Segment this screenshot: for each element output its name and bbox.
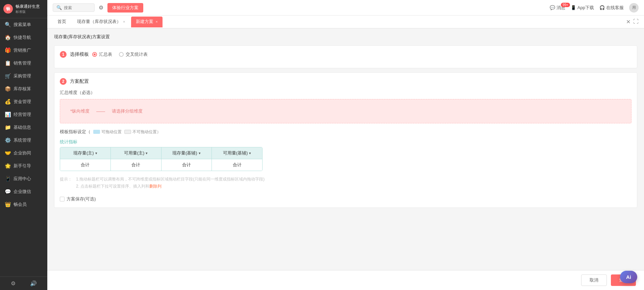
sidebar: 畅 畅康通好生意 标准版 🔍 搜索菜单 🏠 快捷导航 🎁 营销推广 📋 销售管理…: [0, 0, 47, 290]
tabs-actions: ✕ ⛶: [626, 19, 639, 25]
section-step2: 2 方案配置 汇总维度（必选） *纵向维度 —— 请选择分组维度 模板指标设定（: [54, 72, 637, 208]
finance-icon: 💰: [5, 99, 11, 105]
stats-data-row-1: 合计 合计 合计 合计: [60, 159, 262, 171]
member-icon: 👑: [5, 201, 11, 208]
stats-col-3[interactable]: 现存量(基辅) ▾: [162, 147, 212, 159]
dimension-title: 汇总维度（必选）: [60, 90, 631, 96]
user-avatar[interactable]: 用: [629, 3, 639, 13]
sidebar-item-quick-nav[interactable]: 🏠 快捷导航: [0, 31, 47, 44]
sidebar-item-wechat[interactable]: 💬 企业微信: [0, 185, 47, 198]
logo-text: 畅康通好生意 标准版: [16, 4, 40, 14]
sidebar-item-marketing[interactable]: 🎁 营销推广: [0, 44, 47, 57]
expand-tab-btn[interactable]: ⛶: [633, 19, 639, 25]
tips-section: 提示： 1.拖动标题栏可以调整布局，不可跨维度或指标区域拖动栏目字段(只能在同一…: [60, 176, 631, 189]
stats-table: 现存量(主) ▾ 可用量(主) ▾ 现存量(基辅) ▾ 可用量(基辅): [60, 147, 263, 171]
stats-col-4[interactable]: 可用量(基辅) ▾: [212, 147, 262, 159]
chevron-col4: ▾: [249, 151, 251, 155]
save-checkbox[interactable]: [60, 197, 65, 201]
wechat-icon: 💬: [5, 189, 11, 195]
tab-inventory-status[interactable]: 现存量（库存状况表） ×: [72, 17, 130, 27]
stats-label: 统计指标: [60, 139, 631, 145]
sidebar-item-search-menu[interactable]: 🔍 搜索菜单: [0, 18, 47, 31]
tip-1: 提示： 1.拖动标题栏可以调整布局，不可跨维度或指标区域拖动栏目字段(只能在同一…: [60, 176, 631, 182]
sidebar-item-new-guide[interactable]: 🌟 新手引导: [0, 160, 47, 172]
section-step1: 1 选择模板 汇总表 交叉统计表: [54, 45, 637, 68]
radio-crosstab-circle: [119, 52, 124, 57]
search-icon: 🔍: [56, 5, 62, 10]
online-service-link[interactable]: 🎧 在线客服: [599, 5, 624, 11]
tab-new-close[interactable]: ×: [155, 20, 157, 24]
sidebar-logo: 畅 畅康通好生意 标准版: [0, 0, 47, 18]
topbar: 🔍 ⚙ 体验行业方案 💬 消息 99+ 📱 App下载 🎧 在线客服 用: [47, 0, 644, 16]
sales-icon: 📋: [5, 60, 11, 66]
template-settings-title: 模板指标设定（ 可拖动位置 不可拖动位置）: [60, 129, 631, 135]
step2-header: 2 方案配置: [60, 78, 631, 85]
step1-title: 选择模板: [70, 51, 89, 57]
stats-section: 统计指标 现存量(主) ▾ 可用量(主) ▾ 现存量(基辅): [60, 139, 631, 171]
topbar-right: 💬 消息 99+ 📱 App下载 🎧 在线客服 用: [550, 3, 639, 13]
ai-bubble[interactable]: Ai: [620, 271, 637, 283]
stats-cell-1-4: 合计: [212, 159, 262, 171]
app-download-link[interactable]: 📱 App下载: [571, 5, 594, 11]
stats-col-1[interactable]: 现存量(主) ▾: [60, 147, 111, 159]
gear-icon[interactable]: ⚙: [99, 4, 103, 11]
close-tab-btn[interactable]: ✕: [626, 19, 630, 25]
save-option[interactable]: 方案保存(可选): [60, 196, 631, 202]
sidebar-item-member[interactable]: 👑 畅会员: [0, 198, 47, 211]
chevron-col3: ▾: [199, 151, 201, 155]
headset-icon: 🎧: [599, 5, 605, 10]
sidebar-item-finance[interactable]: 💰 资金管理: [0, 95, 47, 108]
sidebar-item-basic-info[interactable]: 📁 基础信息: [0, 121, 47, 134]
stats-col-2[interactable]: 可用量(主) ▾: [111, 147, 162, 159]
tab-home[interactable]: 首页: [53, 17, 71, 27]
purchase-icon: 🛒: [5, 73, 11, 79]
radio-crosstab[interactable]: 交叉统计表: [119, 51, 148, 57]
search-box[interactable]: 🔍: [53, 3, 95, 12]
sidebar-item-app-center[interactable]: 📱 应用中心: [0, 172, 47, 185]
tab-inventory-close[interactable]: ×: [123, 20, 125, 24]
search-menu-icon: 🔍: [5, 22, 11, 28]
legend-non-draggable: 不可拖动位置）: [124, 129, 161, 135]
tabs-bar: 首页 现存量（库存状况表） × 新建方案 × ✕ ⛶: [47, 16, 644, 28]
radio-summary[interactable]: 汇总表: [92, 51, 112, 57]
sidebar-item-inventory[interactable]: 📦 库存核算: [0, 82, 47, 95]
sidebar-bottom: ⚙ 🔊: [0, 276, 47, 290]
main-area: 🔍 ⚙ 体验行业方案 💬 消息 99+ 📱 App下载 🎧 在线客服 用 首页: [47, 0, 644, 290]
marketing-icon: 🎁: [5, 47, 11, 53]
stats-cell-1-2: 合计: [111, 159, 162, 171]
chevron-col2: ▾: [146, 151, 148, 155]
sidebar-item-sales[interactable]: 📋 销售管理: [0, 57, 47, 70]
phone-icon: 📱: [571, 5, 576, 10]
sidebar-item-system[interactable]: ⚙️ 系统管理: [0, 134, 47, 147]
search-input[interactable]: [64, 5, 91, 10]
trial-button[interactable]: 体验行业方案: [107, 3, 143, 13]
quick-nav-icon: 🏠: [5, 34, 11, 41]
operations-icon: 📊: [5, 112, 11, 118]
dimension-area[interactable]: *纵向维度 —— 请选择分组维度: [60, 99, 631, 123]
tip-2: 2. 点击标题栏下拉可设置排序、插入列和删除列: [60, 184, 631, 189]
new-guide-icon: 🌟: [5, 163, 11, 169]
cancel-button[interactable]: 取消: [581, 274, 607, 286]
sidebar-nav: 🔍 搜索菜单 🏠 快捷导航 🎁 营销推广 📋 销售管理 🛒 采购管理 📦 库存核…: [0, 18, 47, 276]
app-center-icon: 📱: [5, 176, 11, 182]
chevron-col1: ▾: [95, 151, 97, 155]
basic-info-icon: 📁: [5, 124, 11, 130]
step1-header: 1 选择模板 汇总表 交叉统计表: [60, 51, 631, 58]
legend-non-draggable-box: [124, 130, 131, 134]
notification-badge: 99+: [561, 3, 570, 7]
dimension-placeholder: *纵向维度 —— 请选择分组维度: [70, 108, 143, 114]
sidebar-item-purchase[interactable]: 🛒 采购管理: [0, 70, 47, 82]
tab-new-plan[interactable]: 新建方案 ×: [131, 17, 162, 27]
inventory-icon: 📦: [5, 86, 11, 92]
page-title: 现存量(库存状况表)方案设置: [54, 34, 637, 40]
step2-badge: 2: [60, 78, 67, 85]
sound-icon[interactable]: 🔊: [30, 280, 37, 287]
settings-icon[interactable]: ⚙: [11, 280, 16, 287]
sidebar-item-enterprise[interactable]: 🤝 企业协同: [0, 147, 47, 160]
notification-button[interactable]: 💬 消息 99+: [550, 5, 565, 11]
system-icon: ⚙️: [5, 137, 11, 143]
template-radio-group: 汇总表 交叉统计表: [92, 51, 148, 57]
sidebar-item-operations[interactable]: 📊 经营管理: [0, 108, 47, 121]
bell-icon: 💬: [550, 5, 555, 10]
step2-title: 方案配置: [70, 78, 89, 84]
